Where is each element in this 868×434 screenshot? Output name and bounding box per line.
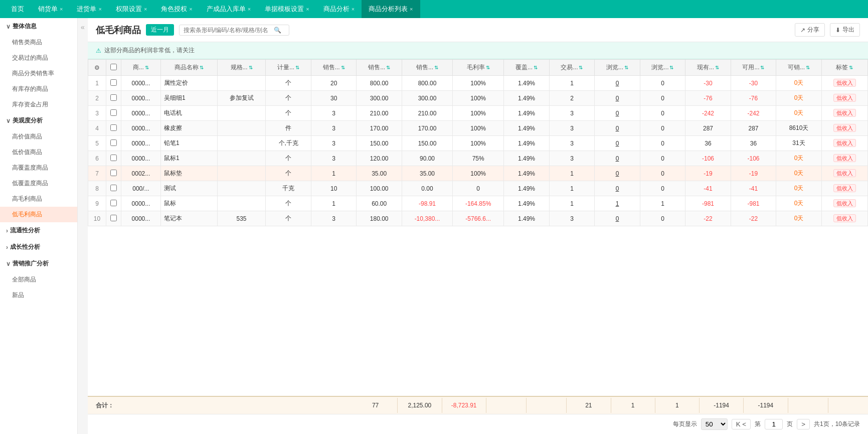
row-name[interactable]: 属性定价 bbox=[160, 76, 217, 91]
row-sale-price: 35.00 bbox=[357, 166, 402, 181]
close-icon[interactable]: × bbox=[248, 6, 251, 12]
select-all-checkbox[interactable] bbox=[110, 64, 117, 70]
row-checkbox[interactable] bbox=[110, 155, 117, 161]
table-row: 8 000/... 测试 千克 10 100.00 0.00 0 1.49% 1… bbox=[88, 181, 868, 196]
row-browse1[interactable]: 0 bbox=[595, 166, 640, 181]
row-checkbox[interactable] bbox=[110, 124, 117, 131]
first-page-button[interactable]: K < bbox=[732, 419, 751, 429]
row-checkbox[interactable] bbox=[110, 185, 117, 191]
search-input[interactable] bbox=[184, 27, 274, 34]
sidebar-item-新品[interactable]: 新品 bbox=[0, 287, 77, 303]
row-checkbox[interactable] bbox=[110, 94, 117, 101]
nav-item-产成品入库单[interactable]: 产成品入库单 × bbox=[200, 0, 258, 18]
row-checkbox[interactable] bbox=[110, 200, 117, 206]
share-button[interactable]: ↗ 分享 bbox=[795, 23, 825, 37]
row-sale-qty: 3 bbox=[311, 151, 357, 166]
nav-item-首页[interactable]: 首页 bbox=[4, 0, 31, 18]
sidebar-item-低价值商品[interactable]: 低价值商品 bbox=[0, 144, 77, 160]
row-browse1[interactable]: 1 bbox=[595, 196, 640, 211]
nav-item-权限设置[interactable]: 权限设置 × bbox=[109, 0, 154, 18]
filter-button[interactable]: 近一月 bbox=[146, 24, 174, 36]
row-checkbox[interactable] bbox=[110, 109, 117, 116]
sidebar-group-title-整体信息[interactable]: ∨整体信息 bbox=[0, 18, 77, 35]
row-checkbox[interactable] bbox=[110, 79, 117, 86]
row-browse1[interactable]: 0 bbox=[595, 211, 640, 226]
row-checkbox[interactable] bbox=[110, 139, 117, 146]
tag-badge: 低收入 bbox=[833, 124, 856, 132]
close-icon[interactable]: × bbox=[306, 6, 309, 12]
table-row: 5 0000... 铅笔1 个,千克 3 150.00 150.00 100% … bbox=[88, 136, 868, 151]
page-input[interactable] bbox=[765, 419, 783, 429]
page-size-label: 每页显示 bbox=[673, 420, 697, 428]
row-name[interactable]: 铅笔1 bbox=[160, 136, 217, 151]
tag-badge: 低收入 bbox=[833, 169, 856, 177]
sidebar-item-低毛利商品[interactable]: 低毛利商品 bbox=[0, 207, 77, 222]
close-icon[interactable]: × bbox=[410, 6, 413, 12]
sidebar-item-库存资金占用[interactable]: 库存资金占用 bbox=[0, 97, 77, 112]
row-num: 1 bbox=[88, 76, 106, 91]
sidebar-item-高毛利商品[interactable]: 高毛利商品 bbox=[0, 191, 77, 207]
row-browse1[interactable]: 0 bbox=[595, 136, 640, 151]
table-row: 7 0002... 鼠标垫 个 1 35.00 35.00 100% 1.49%… bbox=[88, 166, 868, 181]
collapse-arrow-icon[interactable]: « bbox=[81, 23, 85, 31]
nav-item-进货单[interactable]: 进货单 × bbox=[70, 0, 108, 18]
close-icon[interactable]: × bbox=[352, 6, 355, 12]
export-button[interactable]: ⬇ 导出 bbox=[830, 23, 860, 37]
row-tag: 低收入 bbox=[821, 151, 867, 166]
nav-item-单据模板设置[interactable]: 单据模板设置 × bbox=[258, 0, 316, 18]
nav-item-商品分析列表[interactable]: 商品分析列表 × bbox=[362, 0, 420, 18]
row-browse1[interactable]: 0 bbox=[595, 91, 640, 106]
row-trade: 3 bbox=[549, 106, 595, 121]
nav-item-角色授权[interactable]: 角色授权 × bbox=[154, 0, 199, 18]
sidebar-item-有库存的商品[interactable]: 有库存的商品 bbox=[0, 81, 77, 97]
row-name[interactable]: 笔记本 bbox=[160, 211, 217, 226]
row-browse2: 1 bbox=[640, 196, 685, 211]
row-coverage: 1.49% bbox=[504, 121, 550, 136]
row-browse2: 0 bbox=[640, 211, 685, 226]
row-browse1[interactable]: 0 bbox=[595, 76, 640, 91]
close-icon[interactable]: × bbox=[60, 6, 63, 12]
row-browse1[interactable]: 0 bbox=[595, 106, 640, 121]
row-name[interactable]: 测试 bbox=[160, 181, 217, 196]
sidebar-item-销售类商品[interactable]: 销售类商品 bbox=[0, 35, 77, 50]
page-size-select[interactable]: 50 100 200 bbox=[701, 418, 728, 430]
col-settings[interactable]: ⚙ bbox=[88, 60, 106, 76]
row-spec bbox=[217, 121, 266, 136]
row-name[interactable]: 鼠标垫 bbox=[160, 166, 217, 181]
sidebar-group-title-流通性分析[interactable]: ›流通性分析 bbox=[0, 222, 77, 239]
sidebar-item-商品分类销售率[interactable]: 商品分类销售率 bbox=[0, 66, 77, 81]
table-row: 3 0000... 电话机 个 3 210.00 210.00 100% 1.4… bbox=[88, 106, 868, 121]
row-name[interactable]: 吴细细1 bbox=[160, 91, 217, 106]
close-icon[interactable]: × bbox=[189, 6, 192, 12]
tag-badge: 低收入 bbox=[833, 214, 856, 222]
sidebar-group-title-营销推广分析[interactable]: ∨营销推广分析 bbox=[0, 255, 77, 272]
row-browse1[interactable]: 0 bbox=[595, 121, 640, 136]
row-spec bbox=[217, 76, 266, 91]
footer-values: 77 2,125.00 -8,723.91 21 1 1 -1194 -1194 bbox=[138, 398, 868, 413]
sidebar-item-交易过的商品[interactable]: 交易过的商品 bbox=[0, 50, 77, 66]
row-checkbox[interactable] bbox=[110, 170, 117, 176]
nav-item-商品分析[interactable]: 商品分析 × bbox=[316, 0, 362, 18]
sidebar-item-低覆盖度商品[interactable]: 低覆盖度商品 bbox=[0, 176, 77, 191]
close-icon[interactable]: × bbox=[98, 6, 101, 12]
nav-item-销货单[interactable]: 销货单 × bbox=[31, 0, 70, 18]
sidebar-group-title-成长性分析[interactable]: ›成长性分析 bbox=[0, 239, 77, 255]
sidebar-group-title-美观度分析[interactable]: ∨美观度分析 bbox=[0, 112, 77, 129]
footer-sale-amount: -8,723.91 bbox=[442, 398, 486, 413]
top-nav: 首页销货单 ×进货单 ×权限设置 ×角色授权 ×产成品入库单 ×单据模板设置 ×… bbox=[0, 0, 868, 18]
row-checkbox[interactable] bbox=[110, 215, 117, 221]
sidebar-divider[interactable]: « bbox=[78, 18, 88, 434]
sidebar-item-高价值商品[interactable]: 高价值商品 bbox=[0, 129, 77, 144]
row-browse1[interactable]: 0 bbox=[595, 181, 640, 196]
next-page-button[interactable]: > bbox=[797, 419, 810, 429]
row-name[interactable]: 鼠标 bbox=[160, 196, 217, 211]
row-name[interactable]: 橡皮擦 bbox=[160, 121, 217, 136]
row-browse1[interactable]: 0 bbox=[595, 151, 640, 166]
sidebar-item-高覆盖度商品[interactable]: 高覆盖度商品 bbox=[0, 160, 77, 176]
settings-icon[interactable]: ⚙ bbox=[94, 64, 100, 71]
close-icon[interactable]: × bbox=[144, 6, 147, 12]
row-name[interactable]: 电话机 bbox=[160, 106, 217, 121]
row-name[interactable]: 鼠标1 bbox=[160, 151, 217, 166]
search-icon[interactable]: 🔍 bbox=[274, 27, 281, 34]
sidebar-item-全部商品[interactable]: 全部商品 bbox=[0, 272, 77, 287]
